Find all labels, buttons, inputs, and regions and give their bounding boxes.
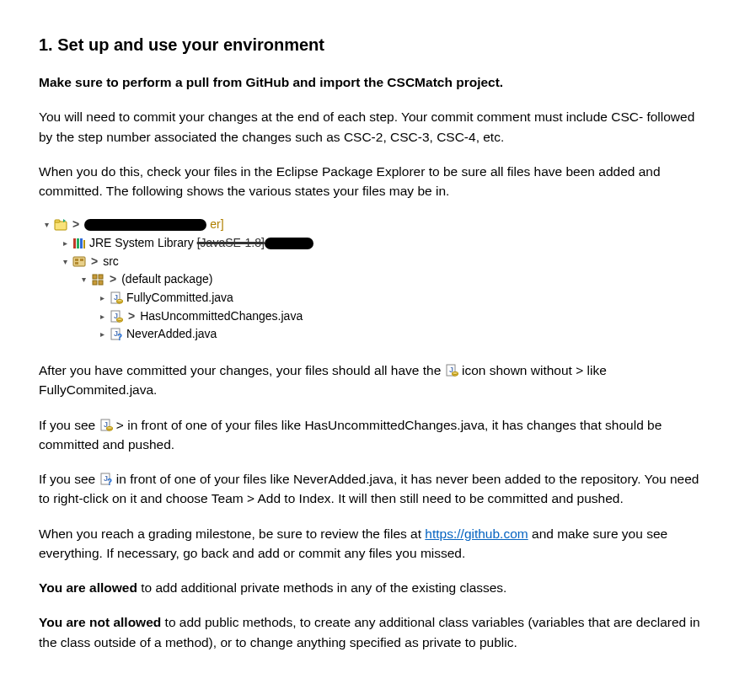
java-file-neveradded-icon	[110, 328, 123, 341]
chevron-right-icon: ▸	[61, 237, 69, 250]
package-icon	[91, 273, 104, 286]
java-file-committed-icon	[445, 363, 458, 377]
package-explorer-tree: ▾ > er] ▸ JRE System Library [JavaSE-1.8…	[42, 216, 711, 344]
chevron-down-icon: ▾	[42, 218, 51, 232]
redaction-bar	[265, 238, 313, 249]
chevron-down-icon: ▾	[61, 255, 69, 269]
para-grading-milestone: When you reach a grading milestone, be s…	[39, 524, 711, 564]
para-allowed: You are allowed to add additional privat…	[39, 578, 711, 597]
source-folder-icon	[72, 254, 86, 268]
tree-row-file-committed: ▸ FullyCommitted.java	[98, 289, 711, 307]
dirty-marker: >	[72, 216, 79, 234]
text-fragment: in front of one of your files like Never…	[39, 472, 699, 505]
tree-row-file-uncommitted: ▸ > HasUncommittedChanges.java	[98, 307, 711, 326]
dirty-marker: >	[128, 307, 135, 326]
text-fragment: to add additional private methods in any…	[137, 580, 507, 595]
para-uncommitted-explain: If you see > in front of one of your fil…	[39, 415, 711, 455]
text-fragment: After you have committed your changes, y…	[39, 363, 445, 377]
file-name: HasUncommittedChanges.java	[140, 307, 303, 326]
project-folder-icon	[54, 218, 67, 232]
tree-row-file-neveradded: ▸ NeverAdded.java	[98, 325, 711, 344]
chevron-right-icon: ▸	[98, 328, 106, 341]
java-file-neveradded-icon	[99, 472, 113, 485]
para-after-commit: After you have committed your changes, y…	[39, 361, 711, 400]
java-file-committed-icon	[99, 418, 113, 431]
tree-row-jre: ▸ JRE System Library [JavaSE-1.8]	[61, 234, 711, 253]
dirty-marker: >	[110, 270, 116, 289]
text-fragment: If you see	[39, 418, 99, 432]
dirty-marker: >	[91, 253, 98, 271]
chevron-down-icon: ▾	[79, 273, 88, 286]
github-link[interactable]: https://github.com	[425, 526, 528, 541]
library-icon	[72, 237, 86, 250]
section-heading: 1. Set up and use your environment	[39, 32, 711, 57]
project-branch-suffix: er]	[210, 216, 223, 234]
para-neveradded-explain: If you see in front of one of your files…	[39, 469, 711, 509]
tree-row-src: ▾ > src	[61, 253, 711, 271]
text-fragment: If you see	[39, 472, 99, 486]
java-file-committed-icon	[110, 310, 123, 323]
file-name: NeverAdded.java	[126, 325, 217, 344]
chevron-right-icon: ▸	[98, 291, 106, 305]
allowed-bold: You are allowed	[39, 580, 137, 595]
chevron-right-icon: ▸	[98, 310, 106, 323]
text-fragment: When you reach a grading milestone, be s…	[39, 526, 425, 541]
java-file-committed-icon	[110, 291, 123, 305]
file-name: FullyCommitted.java	[126, 289, 233, 307]
src-label: src	[103, 253, 119, 271]
text-fragment: > in front of one of your files like Has…	[39, 418, 662, 452]
para-not-allowed: You are not allowed to add public method…	[39, 612, 711, 652]
default-package-label: (default package)	[121, 270, 212, 289]
redaction-bar	[84, 219, 206, 231]
tree-row-project: ▾ > er]	[42, 216, 711, 234]
tree-row-default-pkg: ▾ > (default package)	[79, 270, 711, 289]
jre-version-strike: [JavaSE-1.8]	[197, 234, 265, 253]
jre-label: JRE System Library	[89, 234, 194, 253]
not-allowed-bold: You are not allowed	[39, 615, 161, 629]
para-commit-rule: You will need to commit your changes at …	[39, 107, 711, 147]
intro-bold: Make sure to perform a pull from GitHub …	[39, 72, 711, 92]
para-check-files: When you do this, check your files in th…	[39, 162, 711, 201]
